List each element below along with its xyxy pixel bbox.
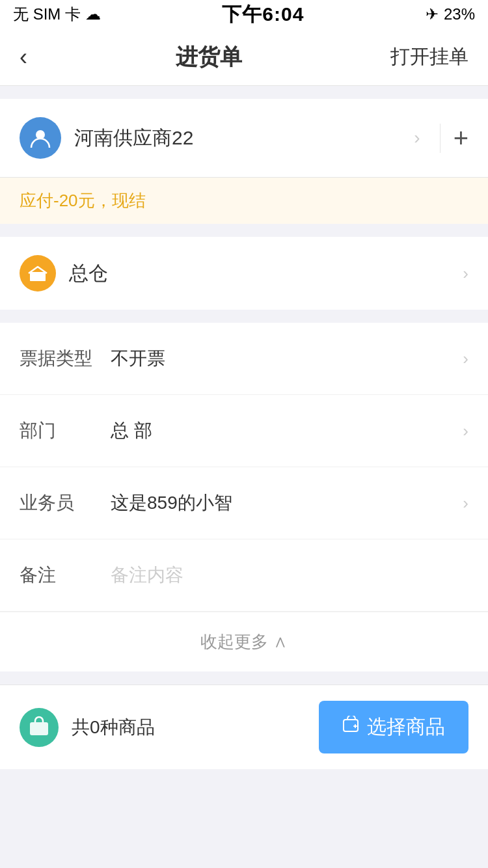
invoice-type-chevron-icon: › xyxy=(463,349,468,369)
add-supplier-button[interactable]: + xyxy=(440,124,468,153)
warehouse-chevron-icon: › xyxy=(463,264,468,284)
form-section: 票据类型 不开票 › 部门 总 部 › 业务员 这是859的小智 › 备注 备注… xyxy=(0,323,488,671)
select-product-label: 选择商品 xyxy=(367,714,445,740)
warehouse-row[interactable]: 总仓 › xyxy=(0,237,488,310)
collapse-text: 收起更多 ∧ xyxy=(200,631,287,653)
product-icon xyxy=(20,708,59,747)
salesperson-chevron-icon: › xyxy=(463,493,468,513)
invoice-type-value: 不开票 xyxy=(111,346,463,371)
warehouse-name: 总仓 xyxy=(69,260,463,287)
alert-text: 应付-20元，现结 xyxy=(20,191,146,210)
department-label: 部门 xyxy=(20,418,111,443)
status-time: 下午6:04 xyxy=(222,1,304,28)
section-gap-3 xyxy=(0,310,488,323)
warehouse-section: 总仓 › xyxy=(0,237,488,310)
section-gap-2 xyxy=(0,224,488,237)
select-product-icon xyxy=(342,716,360,739)
status-left: 无 SIM 卡 ☁ xyxy=(13,4,101,25)
alert-banner: 应付-20元，现结 xyxy=(0,178,488,224)
select-product-button[interactable]: 选择商品 xyxy=(319,701,468,753)
remark-row[interactable]: 备注 备注内容 xyxy=(0,539,488,612)
status-right: ✈ 23% xyxy=(426,5,475,23)
salesperson-value: 这是859的小智 xyxy=(111,491,463,515)
bottom-bar: 共0种商品 选择商品 xyxy=(0,685,488,769)
section-gap-4 xyxy=(0,671,488,685)
supplier-chevron-icon: › xyxy=(414,128,420,148)
background-fill xyxy=(0,769,488,868)
status-bar: 无 SIM 卡 ☁ 下午6:04 ✈ 23% xyxy=(0,0,488,29)
battery-text: 23% xyxy=(444,5,475,23)
collapse-row[interactable]: 收起更多 ∧ xyxy=(0,612,488,671)
department-chevron-icon: › xyxy=(463,421,468,441)
invoice-type-row[interactable]: 票据类型 不开票 › xyxy=(0,323,488,395)
supplier-name: 河南供应商22 xyxy=(74,125,414,152)
signal-text: 无 SIM 卡 ☁ xyxy=(13,4,101,25)
back-button[interactable]: ‹ xyxy=(20,44,27,71)
supplier-section: 河南供应商22 › + 应付-20元，现结 xyxy=(0,99,488,224)
page-title: 进货单 xyxy=(176,42,242,72)
svg-rect-1 xyxy=(30,272,46,281)
remark-input[interactable]: 备注内容 xyxy=(111,563,468,588)
department-value: 总 部 xyxy=(111,418,463,443)
location-icon: ✈ xyxy=(426,5,439,23)
warehouse-icon xyxy=(20,255,56,292)
invoice-type-label: 票据类型 xyxy=(20,346,111,371)
svg-rect-2 xyxy=(30,722,48,735)
salesperson-row[interactable]: 业务员 这是859的小智 › xyxy=(0,467,488,539)
product-count: 共0种商品 xyxy=(72,715,319,740)
supplier-avatar xyxy=(20,117,61,159)
salesperson-label: 业务员 xyxy=(20,491,111,515)
nav-bar: ‹ 进货单 打开挂单 xyxy=(0,29,488,86)
open-pending-button[interactable]: 打开挂单 xyxy=(390,44,468,70)
section-gap-1 xyxy=(0,86,488,99)
remark-label: 备注 xyxy=(20,563,111,588)
department-row[interactable]: 部门 总 部 › xyxy=(0,395,488,467)
supplier-row[interactable]: 河南供应商22 › + xyxy=(0,99,488,178)
